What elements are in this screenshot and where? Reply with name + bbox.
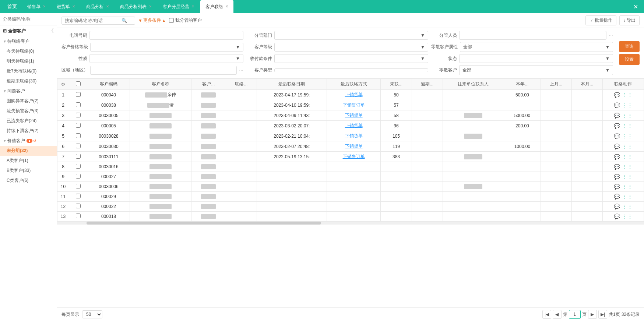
last-method-link[interactable]: 下销货单 — [345, 133, 363, 138]
problem-customers-group[interactable]: ▼ 问题客户 — [0, 86, 57, 96]
my-customers-check[interactable] — [169, 18, 174, 23]
contact-action-icon[interactable]: 💬 — [614, 154, 620, 160]
more-action-icon[interactable]: ⋮⋮ — [622, 194, 633, 200]
row-select-checkbox[interactable] — [76, 144, 81, 148]
main-search-input[interactable] — [65, 18, 120, 23]
nav-tab-customer-layer[interactable]: 客户分层经营 ✕ — [158, 0, 200, 13]
retail-customer-select[interactable]: 全部 ▼ — [459, 65, 613, 75]
row-select-checkbox[interactable] — [76, 214, 81, 218]
close-customer-layer-tab[interactable]: ✕ — [191, 0, 194, 13]
sidebar-item-class-b[interactable]: B类客户(33) — [0, 166, 57, 176]
retail-attr-select[interactable]: 全部 ▼ — [460, 42, 613, 52]
sidebar-item-ungroup[interactable]: 未分组(32) — [0, 146, 57, 156]
more-conditions-btn[interactable]: ▼ 更多条件 ▲ — [138, 17, 166, 24]
row-checkbox[interactable] — [69, 202, 87, 212]
gender-select[interactable]: ▼ — [89, 54, 243, 63]
payment-select[interactable]: ▼ — [274, 54, 428, 63]
contact-action-icon[interactable]: 💬 — [614, 133, 620, 139]
contact-action-icon[interactable]: 💬 — [614, 184, 620, 190]
contact-action-icon[interactable]: 💬 — [614, 214, 620, 219]
more-action-icon[interactable]: ⋮⋮ — [622, 154, 633, 160]
staff-more-btn[interactable]: ··· — [609, 32, 613, 38]
dept-select[interactable]: ▼ — [274, 31, 428, 40]
row-checkbox[interactable] — [69, 90, 87, 100]
scrollbar-thumb[interactable] — [87, 222, 321, 225]
close-analysis-tab[interactable]: ✕ — [106, 0, 109, 13]
sidebar-item-class-a[interactable]: A类客户(1) — [0, 156, 57, 166]
nav-tab-customer-contact[interactable]: 客户联络 ✕ — [200, 0, 233, 13]
last-method-link[interactable]: 下销货单 — [345, 92, 363, 97]
sidebar-item-today[interactable]: 今天待联络(0) — [0, 46, 57, 56]
row-checkbox[interactable] — [69, 162, 87, 172]
contact-action-icon[interactable]: 💬 — [614, 194, 620, 200]
row-select-checkbox[interactable] — [76, 174, 81, 179]
more-action-icon[interactable]: ⋮⋮ — [622, 184, 633, 190]
more-action-icon[interactable]: ⋮⋮ — [622, 102, 633, 108]
sidebar-search-input[interactable] — [3, 17, 57, 22]
sidebar-item-declining[interactable]: 持续下滑客户(2) — [0, 126, 57, 136]
row-select-checkbox[interactable] — [76, 154, 81, 159]
batch-operation-btn[interactable]: ☑ 批量操作 — [585, 15, 616, 25]
export-btn[interactable]: ↓ 导出 — [619, 15, 640, 25]
first-page-btn[interactable]: |◀ — [542, 310, 551, 319]
close-sales-tab[interactable]: ✕ — [43, 0, 46, 13]
sidebar-item-tomorrow[interactable]: 明天待联络(1) — [0, 56, 57, 66]
last-method-link[interactable]: 下销售订单 — [343, 154, 365, 159]
contact-action-icon[interactable]: 💬 — [614, 204, 620, 209]
more-action-icon[interactable]: ⋮⋮ — [622, 92, 633, 98]
last-page-btn[interactable]: ▶| — [598, 310, 607, 319]
more-action-icon[interactable]: ⋮⋮ — [622, 164, 633, 170]
contact-action-icon[interactable]: 💬 — [614, 92, 620, 98]
row-checkbox[interactable] — [69, 141, 87, 152]
row-select-checkbox[interactable] — [76, 184, 81, 188]
per-page-select[interactable]: 50 100 200 — [82, 310, 102, 318]
sidebar-item-class-c[interactable]: C类客户(6) — [0, 176, 57, 186]
row-select-checkbox[interactable] — [76, 204, 81, 208]
close-analysis-list-tab[interactable]: ✕ — [149, 0, 152, 13]
prev-page-btn[interactable]: ◀ — [553, 310, 562, 319]
page-number-input[interactable] — [569, 310, 581, 319]
sidebar-item-churned[interactable]: 已流失客户(24) — [0, 116, 57, 126]
nav-tab-sales[interactable]: 销售单 ✕ — [22, 0, 51, 13]
reset-button[interactable]: 设置 — [619, 54, 640, 65]
row-checkbox[interactable] — [69, 192, 87, 202]
next-page-btn[interactable]: ▶ — [588, 310, 597, 319]
status-select[interactable]: ▼ — [459, 54, 613, 63]
row-select-checkbox[interactable] — [76, 92, 81, 97]
contact-action-icon[interactable]: 💬 — [614, 164, 620, 170]
value-customers-group[interactable]: ▼ 价值客户 ● ↺ — [0, 136, 57, 146]
sidebar-item-7days[interactable]: 近7天待联络(0) — [0, 66, 57, 76]
horizontal-scrollbar[interactable] — [57, 222, 644, 225]
row-checkbox[interactable] — [69, 152, 87, 162]
row-select-checkbox[interactable] — [76, 123, 81, 128]
more-action-icon[interactable]: ⋮⋮ — [622, 214, 633, 219]
last-method-link[interactable]: 下销货单 — [345, 123, 363, 128]
staff-input[interactable] — [459, 31, 606, 40]
nav-home[interactable]: 首页 — [3, 3, 21, 10]
price-level-select[interactable]: ▼ — [90, 43, 243, 52]
nav-tab-analysis[interactable]: 商品分析 ✕ — [81, 0, 114, 13]
more-action-icon[interactable]: ⋮⋮ — [622, 133, 633, 139]
nav-tab-analysis-list[interactable]: 商品分析列表 ✕ — [115, 0, 157, 13]
query-button[interactable]: 查询 — [619, 41, 640, 52]
customer-type-select[interactable] — [274, 68, 428, 72]
nav-tab-purchase[interactable]: 进货单 ✕ — [52, 0, 80, 13]
more-action-icon[interactable]: ⋮⋮ — [622, 174, 633, 180]
close-purchase-tab[interactable]: ✕ — [72, 0, 75, 13]
last-method-link[interactable]: 下销货单 — [345, 144, 363, 149]
th-gear[interactable]: ⚙ — [57, 79, 69, 90]
contact-action-icon[interactable]: 💬 — [614, 102, 620, 108]
row-select-checkbox[interactable] — [76, 194, 81, 198]
sidebar-item-churn-warning[interactable]: 流失预警客户(3) — [0, 106, 57, 116]
row-checkbox[interactable] — [69, 100, 87, 110]
pending-contact-group[interactable]: ▼ 待联络客户 — [0, 36, 57, 46]
select-all-checkbox[interactable] — [76, 81, 81, 86]
row-select-checkbox[interactable] — [76, 113, 81, 117]
last-method-link[interactable]: 下销售订单 — [343, 102, 365, 107]
refresh-icon[interactable]: ↺ — [33, 139, 36, 143]
region-more-btn[interactable]: ··· — [239, 67, 243, 73]
sidebar-item-abnormal[interactable]: 囤购异常客户(2) — [0, 96, 57, 106]
all-customers-header[interactable]: ⊞ 全部客户 《 — [0, 25, 57, 36]
more-action-icon[interactable]: ⋮⋮ — [622, 144, 633, 149]
sidebar-item-overdue[interactable]: 逾期未联络(30) — [0, 76, 57, 86]
